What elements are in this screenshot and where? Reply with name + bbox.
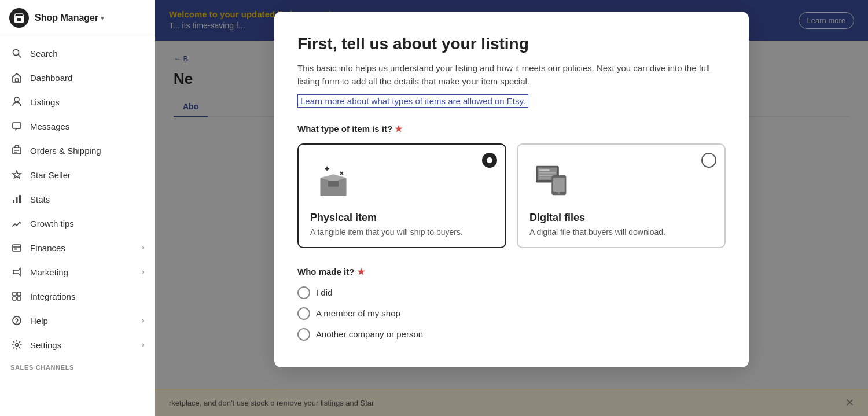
integrations-icon: [10, 290, 23, 303]
sidebar-nav: Search Dashboard Listings Messages: [0, 36, 155, 378]
sidebar-item-dashboard[interactable]: Dashboard: [0, 65, 155, 90]
home-icon: [10, 71, 23, 84]
physical-item-card[interactable]: Physical item A tangible item that you w…: [297, 143, 506, 248]
sidebar-item-star-seller[interactable]: Star Seller: [0, 163, 155, 187]
sidebar-item-label: Settings: [30, 340, 142, 350]
etsy-policy-link[interactable]: Learn more about what types of items are…: [297, 94, 528, 108]
chevron-right-icon: ›: [142, 244, 144, 252]
physical-item-icon: [310, 157, 356, 204]
required-star: ★: [395, 124, 402, 134]
svg-rect-16: [13, 292, 16, 296]
digital-item-desc: A digital file that buyers will download…: [529, 227, 713, 237]
svg-rect-6: [13, 123, 21, 128]
sidebar-item-label: Search: [30, 49, 144, 58]
growth-icon: [10, 217, 23, 230]
sidebar-item-growth-tips[interactable]: Growth tips: [0, 211, 155, 235]
orders-icon: [10, 144, 23, 157]
svg-rect-15: [14, 249, 17, 250]
digital-item-card[interactable]: Digital files A digital file that buyers…: [517, 143, 726, 248]
digital-item-name: Digital files: [529, 212, 713, 224]
sidebar-item-stats[interactable]: Stats: [0, 187, 155, 211]
sidebar-title: Shop Manager: [35, 13, 98, 23]
sidebar-item-messages[interactable]: Messages: [0, 114, 155, 138]
sidebar-item-help[interactable]: Help ›: [0, 308, 155, 333]
messages-icon: [10, 120, 23, 132]
physical-item-name: Physical item: [310, 212, 494, 224]
sidebar-item-label: Integrations: [30, 292, 144, 301]
svg-line-3: [19, 55, 21, 58]
help-icon: [10, 314, 23, 327]
svg-rect-10: [13, 200, 14, 203]
sales-channels-label: SALES CHANNELS: [0, 357, 155, 373]
who-made-member[interactable]: A member of my shop: [297, 307, 726, 320]
svg-rect-17: [17, 292, 21, 296]
sidebar-item-marketing[interactable]: Marketing ›: [0, 260, 155, 284]
shop-logo: [9, 8, 29, 28]
svg-rect-35: [539, 177, 551, 178]
svg-rect-33: [539, 172, 556, 173]
sidebar-item-orders-shipping[interactable]: Orders & Shipping: [0, 138, 155, 163]
physical-item-desc: A tangible item that you will ship to bu…: [310, 227, 494, 237]
sidebar-item-label: Stats: [30, 194, 144, 204]
physical-radio[interactable]: [482, 153, 497, 168]
who-made-i-did[interactable]: I did: [297, 286, 726, 299]
item-type-question-text: What type of item is it?: [297, 124, 392, 134]
finances-icon: [10, 241, 23, 254]
svg-rect-11: [16, 197, 18, 203]
modal-title: First, tell us about your listing: [297, 35, 726, 53]
listing-modal: First, tell us about your listing This b…: [274, 12, 749, 367]
sidebar-chevron-icon: ▾: [101, 14, 104, 22]
sidebar-item-label: Marketing: [30, 267, 142, 277]
sidebar-item-label: Help: [30, 316, 142, 326]
sidebar-item-label: Finances: [30, 243, 142, 253]
sidebar-item-label: Messages: [30, 122, 144, 131]
svg-rect-19: [17, 297, 21, 300]
sidebar-item-listings[interactable]: Listings: [0, 90, 155, 114]
sidebar-item-finances[interactable]: Finances ›: [0, 235, 155, 260]
who-made-member-label: A member of my shop: [316, 308, 400, 318]
who-made-another[interactable]: Another company or person: [297, 328, 726, 341]
radio-member[interactable]: [297, 307, 310, 320]
svg-rect-34: [539, 175, 554, 176]
item-type-options: Physical item A tangible item that you w…: [297, 143, 726, 248]
sidebar-item-label: Orders & Shipping: [30, 146, 144, 156]
sidebar-item-label: Star Seller: [30, 170, 144, 180]
svg-rect-12: [19, 195, 21, 203]
chevron-right-icon: ›: [142, 268, 144, 276]
who-made-another-label: Another company or person: [316, 329, 423, 339]
svg-point-21: [16, 323, 17, 324]
sidebar-item-label: Growth tips: [30, 219, 144, 229]
who-made-i-did-label: I did: [316, 288, 332, 297]
modal-description: This basic info helps us understand your…: [297, 61, 726, 89]
chevron-right-icon: ›: [142, 341, 144, 349]
radio-another[interactable]: [297, 328, 310, 341]
sidebar-item-label: Listings: [30, 97, 144, 107]
digital-radio[interactable]: [701, 153, 716, 168]
shop-manager-header[interactable]: Shop Manager ▾: [0, 0, 155, 36]
modal-overlay[interactable]: First, tell us about your listing This b…: [155, 0, 868, 416]
sidebar-item-label: Dashboard: [30, 73, 144, 83]
chevron-right-icon: ›: [142, 316, 144, 325]
svg-rect-13: [13, 245, 21, 251]
svg-point-5: [14, 97, 19, 102]
sidebar-item-integrations[interactable]: Integrations: [0, 284, 155, 308]
svg-rect-37: [553, 178, 565, 191]
search-icon: [10, 47, 23, 60]
sidebar: Shop Manager ▾ Search Dashboard Listings: [0, 0, 155, 416]
item-type-question: What type of item is it? ★: [297, 124, 726, 134]
sidebar-item-settings[interactable]: Settings ›: [0, 333, 155, 357]
marketing-icon: [10, 266, 23, 278]
svg-rect-29: [328, 181, 339, 187]
svg-point-38: [558, 192, 560, 194]
radio-i-did[interactable]: [297, 286, 310, 299]
svg-rect-1: [17, 18, 21, 21]
svg-rect-32: [539, 169, 550, 171]
svg-rect-4: [16, 79, 19, 82]
stats-icon: [10, 193, 23, 205]
star-icon: [10, 168, 23, 181]
svg-point-22: [16, 344, 19, 347]
svg-rect-18: [13, 297, 16, 300]
digital-item-icon: [529, 157, 576, 204]
sidebar-item-search[interactable]: Search: [0, 41, 155, 65]
who-made-question-text: Who made it?: [297, 267, 354, 277]
